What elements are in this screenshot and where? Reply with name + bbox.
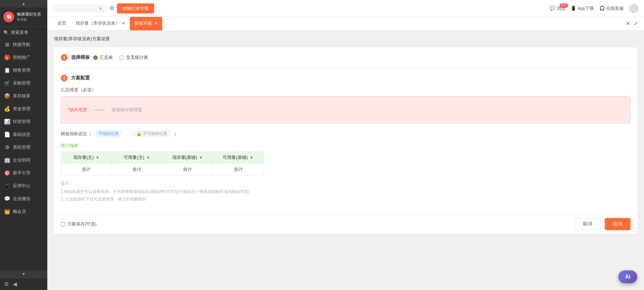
tab-new-plan[interactable]: 新建方案 ✕ bbox=[130, 17, 162, 30]
chevron-down-icon: ▼ bbox=[99, 6, 102, 10]
panel-close-btn[interactable]: ✕ bbox=[625, 20, 631, 27]
ai-label: Ai bbox=[625, 274, 630, 280]
topbar-left: ▼ ⚙ 体验行业方案 bbox=[53, 3, 546, 14]
col-inventory-sub-dropdown[interactable]: ▼ bbox=[199, 155, 203, 160]
save-checkbox-input[interactable] bbox=[61, 222, 65, 226]
tab-new-plan-close[interactable]: ✕ bbox=[154, 21, 157, 26]
sidebar-item-system[interactable]: ⚙ 系统管理 bbox=[0, 141, 47, 154]
message-icon: 💬 bbox=[550, 6, 555, 11]
app-download-label: App下载 bbox=[577, 5, 594, 11]
sidebar-footer: ⚙ ◀ bbox=[0, 278, 47, 290]
radio-summary[interactable]: 汇总表 bbox=[93, 54, 113, 61]
sidebar-item-quick-nav[interactable]: ⊞ 快捷导航 bbox=[0, 38, 47, 51]
radio-summary-input[interactable] bbox=[93, 55, 98, 60]
panel-expand-btn[interactable]: ⤢ bbox=[633, 20, 639, 27]
sidebar-item-app-center[interactable]: 📱 应用中心 bbox=[0, 179, 47, 192]
sidebar-item-label: 库存核算 bbox=[13, 93, 30, 99]
step-divider bbox=[61, 68, 630, 68]
confirm-button[interactable]: 查询 bbox=[605, 218, 630, 230]
sidebar-item-wechat[interactable]: 💬 企业微信 bbox=[0, 192, 47, 205]
sidebar-item-enterprise[interactable]: 🏢 企业协同 bbox=[0, 154, 47, 167]
message-btn[interactable]: 💬 消息 99+ bbox=[550, 5, 565, 11]
sidebar-item-sales[interactable]: 📋 销售管理 bbox=[0, 64, 47, 77]
col-inventory-sub-data: 合计 bbox=[163, 164, 213, 175]
app-download-icon: 📱 bbox=[571, 6, 576, 11]
sidebar-item-label: 资金管理 bbox=[13, 106, 30, 112]
online-service-btn[interactable]: 🎧 在线客服 bbox=[599, 5, 624, 11]
indicator-settings: 模板指标设定（ 可拖动位置 🔒 不可拖动位置 ） bbox=[61, 130, 630, 137]
sidebar-item-inventory[interactable]: 📦 库存核算 bbox=[0, 90, 47, 102]
col-available-sub-dropdown[interactable]: ▼ bbox=[250, 155, 253, 160]
indicator-close-paren: ） bbox=[174, 131, 178, 137]
step2-header: 2 方案配置 bbox=[61, 75, 630, 81]
sidebar-item-label: 应用中心 bbox=[13, 183, 30, 189]
sidebar-item-new-guide[interactable]: 🎯 新手引导 bbox=[0, 167, 47, 179]
sidebar-item-member[interactable]: 👑 畅会员 bbox=[0, 205, 47, 218]
settings-icon[interactable]: ⚙ bbox=[4, 281, 9, 287]
dimension-section-label: 汇总维度（必选） bbox=[61, 87, 630, 93]
enterprise-icon: 🏢 bbox=[4, 157, 10, 163]
operations-icon: 📊 bbox=[4, 119, 10, 125]
sidebar-item-marketing[interactable]: 🎁 营销推广 bbox=[0, 51, 47, 64]
radio-cross[interactable]: 交叉统计表 bbox=[120, 54, 148, 61]
draggable-badge: 可拖动位置 bbox=[96, 130, 121, 137]
user-avatar[interactable] bbox=[629, 4, 639, 13]
sidebar-item-purchase[interactable]: 🛒 采购管理 bbox=[0, 77, 47, 90]
ai-fab-button[interactable]: Ai bbox=[618, 270, 637, 283]
sidebar-scroll-down[interactable]: ▼ bbox=[0, 270, 47, 278]
sidebar-nav: ⊞ 快捷导航 🎁 营销推广 📋 销售管理 🛒 采购管理 📦 库存核算 💰 资金管… bbox=[0, 38, 47, 270]
app-name: 畅康通好生意 bbox=[17, 12, 41, 17]
sidebar-item-label: 企业协同 bbox=[13, 157, 30, 163]
sidebar-scroll-up[interactable]: ▲ bbox=[0, 0, 47, 7]
search-label: 搜索菜单 bbox=[11, 29, 28, 35]
sidebar-item-label: 营销推广 bbox=[13, 54, 30, 61]
sidebar-item-label: 新手引导 bbox=[13, 170, 30, 176]
main-area: ▼ ⚙ 体验行业方案 💬 消息 99+ 📱 App下载 🎧 在线客服 首页 bbox=[47, 0, 644, 290]
tips-section: 提示： 1.拖动标题栏可以调整布局，不可跨维度或指标区域拖动栏目字段(只能在同一… bbox=[61, 181, 630, 202]
col-available-sub-label: 可用量(基辅) bbox=[223, 154, 248, 161]
indicator-label-text: 模板指标设定（ bbox=[61, 131, 92, 137]
collapse-icon[interactable]: ◀ bbox=[13, 281, 17, 287]
col-available-sub-header[interactable]: 可用量(基辅) ▼ bbox=[213, 152, 263, 163]
step1-header: 1 选择模板 汇总表 交叉统计表 bbox=[61, 54, 630, 61]
stats-data-row: 合计 合计 合计 合计 bbox=[61, 163, 263, 175]
col-available-main-header[interactable]: 可用量(主) ▼ bbox=[112, 152, 163, 163]
tab-inventory-status-close[interactable]: ✕ bbox=[122, 21, 125, 26]
sidebar-item-basic-info[interactable]: 📄 基础信息 bbox=[0, 128, 47, 141]
dimension-box: *纵向维度 —— 请选择分组维度 bbox=[61, 96, 630, 123]
tab-inventory-status[interactable]: 现存量（库存状况表） ✕ bbox=[71, 17, 130, 30]
app-download-btn[interactable]: 📱 App下载 bbox=[571, 5, 594, 11]
col-inventory-main-dropdown[interactable]: ▼ bbox=[96, 155, 99, 160]
col-inventory-sub-header[interactable]: 现存量(基辅) ▼ bbox=[163, 152, 213, 163]
col-available-main-dropdown[interactable]: ▼ bbox=[146, 155, 150, 160]
save-option[interactable]: 方案保存(可选) bbox=[61, 221, 97, 227]
tab-home[interactable]: 首页 bbox=[53, 17, 71, 30]
sidebar-logo: 畅 畅康通好生意 标准版 bbox=[0, 7, 47, 27]
radio-cross-input[interactable] bbox=[120, 55, 124, 60]
stats-title: 统计指标 bbox=[61, 143, 630, 149]
trial-btn[interactable]: 体验行业方案 bbox=[117, 3, 154, 14]
step2-title: 方案配置 bbox=[71, 75, 90, 81]
topbar-search-box[interactable]: ▼ bbox=[53, 4, 107, 12]
topbar-right: 💬 消息 99+ 📱 App下载 🎧 在线客服 bbox=[550, 4, 639, 13]
topbar-search-input[interactable] bbox=[56, 6, 97, 11]
sidebar-item-label: 快捷导航 bbox=[13, 42, 30, 48]
purchase-icon: 🛒 bbox=[4, 80, 10, 86]
tab-home-label: 首页 bbox=[57, 20, 66, 26]
col-inventory-main-label: 现存量(主) bbox=[73, 154, 94, 161]
col-inventory-main-header[interactable]: 现存量(主) ▼ bbox=[61, 152, 112, 163]
step1-title: 选择模板 bbox=[71, 54, 90, 61]
non-draggable-badge: 🔒 不可拖动位置 bbox=[134, 130, 170, 137]
tip-2: 2. 点击标题栏下拉可设置排序、插入列和删除列 bbox=[61, 196, 630, 202]
topbar-gear-icon[interactable]: ⚙ bbox=[109, 5, 114, 11]
bottom-bar: 方案保存(可选) 取消 查询 bbox=[54, 214, 637, 234]
col-available-main-data: 合计 bbox=[112, 164, 163, 175]
tab-new-plan-label: 新建方案 bbox=[134, 20, 152, 26]
headset-icon: 🎧 bbox=[599, 6, 605, 11]
sidebar-search[interactable]: 🔍 搜索菜单 bbox=[0, 27, 47, 38]
sidebar-item-finance[interactable]: 💰 资金管理 bbox=[0, 102, 47, 115]
dimension-placeholder[interactable]: 请选择分组维度 bbox=[112, 107, 142, 113]
sidebar-item-operations[interactable]: 📊 经营管理 bbox=[0, 115, 47, 128]
sidebar-item-label: 基础信息 bbox=[13, 131, 30, 138]
cancel-button[interactable]: 取消 bbox=[574, 218, 601, 230]
